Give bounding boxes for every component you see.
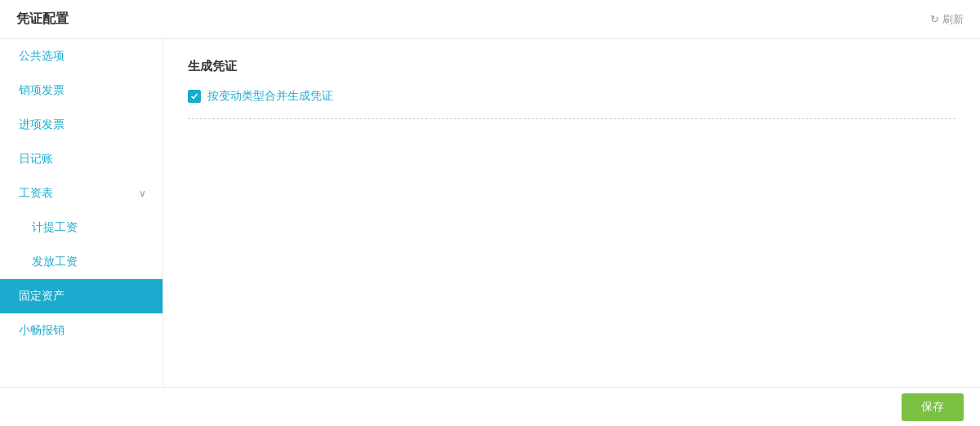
section-title: 生成凭证	[188, 59, 956, 74]
refresh-button[interactable]: ↻ 刷新	[930, 12, 964, 27]
sidebar-item-label: 小畅报销	[19, 323, 65, 338]
sidebar-item-expense-claim[interactable]: 小畅报销	[0, 313, 163, 348]
checkmark-icon	[190, 92, 198, 100]
sidebar-item-label: 销项发票	[19, 83, 65, 98]
sidebar-item-label: 日记账	[19, 152, 53, 166]
chevron-down-icon: ∨	[139, 188, 146, 199]
sidebar-item-purchase-invoice[interactable]: 进项发票	[0, 108, 163, 142]
sidebar-item-label: 固定资产	[19, 289, 65, 304]
page-header: 凭证配置 ↻ 刷新	[0, 0, 980, 39]
merge-checkbox[interactable]	[188, 90, 201, 103]
sidebar: 公共选项销项发票进项发票日记账工资表∨计提工资发放工资固定资产小畅报销	[0, 39, 163, 387]
page-footer: 保存	[0, 387, 980, 426]
sidebar-item-calc-salary[interactable]: 计提工资	[0, 211, 163, 245]
sidebar-item-label: 进项发票	[19, 118, 65, 132]
sidebar-item-payroll-table[interactable]: 工资表∨	[0, 176, 163, 211]
checkbox-row: 按变动类型合并生成凭证	[188, 89, 956, 104]
refresh-icon: ↻	[930, 13, 939, 25]
save-button[interactable]: 保存	[902, 393, 964, 421]
sidebar-item-label: 发放工资	[32, 255, 78, 269]
sidebar-item-pay-salary[interactable]: 发放工资	[0, 245, 163, 279]
sidebar-item-journal[interactable]: 日记账	[0, 142, 163, 176]
section-divider	[188, 118, 956, 119]
sidebar-item-public-options[interactable]: 公共选项	[0, 39, 163, 73]
sidebar-item-label: 工资表	[19, 186, 53, 201]
content-area: 生成凭证 按变动类型合并生成凭证	[163, 39, 980, 387]
refresh-label: 刷新	[942, 12, 964, 27]
checkbox-label: 按变动类型合并生成凭证	[207, 89, 333, 104]
page-title: 凭证配置	[16, 11, 69, 28]
main-layout: 公共选项销项发票进项发票日记账工资表∨计提工资发放工资固定资产小畅报销 生成凭证…	[0, 39, 980, 387]
sidebar-item-label: 计提工资	[32, 220, 78, 235]
sidebar-item-label: 公共选项	[19, 49, 65, 64]
sidebar-item-sales-invoice[interactable]: 销项发票	[0, 73, 163, 108]
sidebar-item-fixed-assets[interactable]: 固定资产	[0, 279, 163, 313]
